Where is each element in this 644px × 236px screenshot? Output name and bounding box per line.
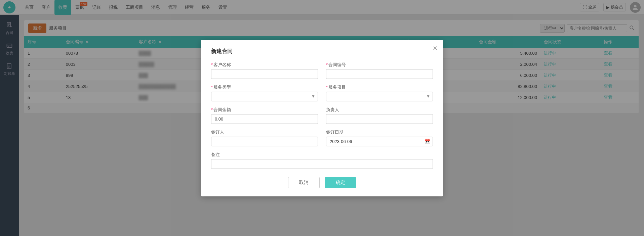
input-contract-no[interactable] [326, 69, 433, 79]
form-row-service-item: * 服务项目 ▼ [326, 84, 433, 101]
label-customer: * 客户名称 [211, 62, 318, 68]
select-service-type[interactable] [211, 92, 318, 101]
input-signer[interactable] [211, 137, 318, 146]
label-remark: 备注 [211, 152, 433, 158]
form-row-signer: 签订人 [211, 129, 318, 146]
form-row-responsible: 负责人 [326, 107, 433, 124]
form-row-customer: * 客户名称 [211, 62, 318, 79]
date-input-wrapper: 📅 [326, 137, 433, 146]
modal-form: * 客户名称 * 合同编号 * 服务类型 [211, 62, 433, 169]
input-customer-name[interactable] [211, 69, 318, 79]
label-service-type: * 服务类型 [211, 84, 318, 90]
modal-close-button[interactable]: ✕ [433, 45, 438, 52]
form-row-sign-date: 签订日期 📅 [326, 129, 433, 146]
service-type-wrapper: ▼ [211, 92, 318, 101]
modal-title: 新建合同 [211, 48, 433, 55]
new-contract-modal: ✕ 新建合同 * 客户名称 * 合同编号 * [201, 40, 443, 196]
input-amount[interactable] [211, 114, 318, 124]
form-row-remark: 备注 [211, 152, 433, 169]
cancel-button[interactable]: 取消 [288, 177, 320, 188]
service-item-wrapper: ▼ [326, 92, 433, 101]
select-service-item[interactable] [326, 92, 433, 101]
label-sign-date: 签订日期 [326, 129, 433, 135]
input-remark[interactable] [211, 159, 433, 169]
label-signer: 签订人 [211, 129, 318, 135]
form-row-amount: * 合同金额 [211, 107, 318, 124]
label-amount: * 合同金额 [211, 107, 318, 113]
modal-footer: 取消 确定 [211, 177, 433, 188]
form-row-contract-no: * 合同编号 [326, 62, 433, 79]
form-row-service-type: * 服务类型 ▼ [211, 84, 318, 101]
label-responsible: 负责人 [326, 107, 433, 113]
input-sign-date[interactable] [326, 137, 433, 146]
input-responsible[interactable] [326, 114, 433, 124]
label-service-item: * 服务项目 [326, 84, 433, 90]
label-contract-no: * 合同编号 [326, 62, 433, 68]
confirm-button[interactable]: 确定 [325, 177, 356, 188]
modal-overlay[interactable]: ✕ 新建合同 * 客户名称 * 合同编号 * [0, 0, 644, 236]
